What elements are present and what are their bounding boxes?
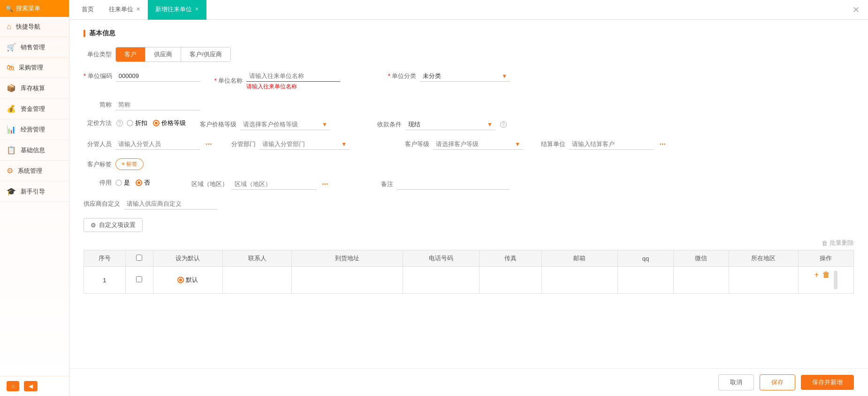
sidebar-search[interactable]: 🔍 搜索菜单: [0, 0, 69, 17]
manager-more-btn[interactable]: ···: [204, 140, 213, 148]
form-row-manager: 分管人员 ··· 分管部门 ▼ 客户等级 ▼ 结算单位: [84, 139, 854, 150]
custom-settings-button[interactable]: ⚙ 自定义项设置: [84, 218, 143, 232]
tab-new-contact[interactable]: 新增往来单位 ✕: [148, 0, 206, 20]
unit-category-select[interactable]: ▼: [420, 70, 510, 82]
row-fax-input[interactable]: [484, 277, 537, 284]
unit-category-label: 单位分类: [388, 72, 417, 80]
tab-contacts-close[interactable]: ✕: [136, 6, 140, 12]
sidebar-item-guide[interactable]: 🎓 新手引导: [0, 181, 69, 202]
payment-help-icon[interactable]: ?: [500, 121, 507, 128]
type-btn-customer[interactable]: 客户: [116, 47, 145, 62]
sidebar-item-system[interactable]: ⚙ 系统管理: [0, 161, 69, 181]
row-email[interactable]: [541, 267, 618, 294]
row-wechat-input[interactable]: [678, 277, 724, 284]
unit-name-input[interactable]: [246, 70, 340, 82]
sidebar-item-stock[interactable]: 📦 库存核算: [0, 78, 69, 99]
table-toolbar: 🗑 批量删除: [84, 239, 854, 247]
row-qq[interactable]: [618, 267, 673, 294]
row-email-input[interactable]: [547, 277, 613, 284]
payment-terms-input[interactable]: [408, 121, 487, 128]
disabled-yes-radio[interactable]: [115, 179, 122, 186]
tab-new-contact-close[interactable]: ✕: [195, 6, 199, 12]
row-region[interactable]: [729, 267, 798, 294]
sidebar-home-btn[interactable]: ⌂: [7, 381, 19, 391]
manager-input[interactable]: [115, 139, 200, 150]
settlement-input[interactable]: [569, 139, 654, 150]
batch-delete-btn[interactable]: 🗑 批量删除: [822, 239, 854, 247]
region-more-btn[interactable]: ···: [320, 180, 330, 188]
pricing-discount[interactable]: 折扣: [127, 119, 147, 127]
scrollbar[interactable]: [834, 271, 838, 289]
global-close-btn[interactable]: ✕: [849, 5, 863, 15]
manager-group: 分管人员 ···: [84, 139, 213, 150]
sidebar-item-operations[interactable]: 📊 经营管理: [0, 119, 69, 140]
unit-category-group: 单位分类 ▼: [388, 70, 510, 82]
tab-new-contact-label: 新增往来单位: [155, 5, 192, 14]
dept-input[interactable]: [262, 140, 341, 148]
row-address[interactable]: [292, 267, 403, 294]
type-btn-supplier[interactable]: 供应商: [145, 47, 181, 62]
pricing-label: 定价方法: [84, 119, 112, 127]
chevron-down-icon2: ▼: [322, 121, 327, 128]
row-contact-input[interactable]: [228, 277, 287, 284]
add-row-btn[interactable]: +: [815, 271, 819, 289]
sidebar-item-sales[interactable]: 🛒 销售管理: [0, 37, 69, 58]
section-bar: [84, 30, 85, 37]
save-new-button[interactable]: 保存并新增: [801, 375, 854, 390]
row-region-input[interactable]: [734, 277, 793, 284]
unit-name-label: 单位名称: [214, 77, 243, 85]
settlement-more-btn[interactable]: ···: [657, 140, 667, 148]
disabled-yes[interactable]: 是: [115, 179, 130, 187]
row-checkbox[interactable]: [136, 276, 142, 282]
row-fax[interactable]: [479, 267, 541, 294]
customer-level-input[interactable]: [436, 140, 515, 148]
cancel-button[interactable]: 取消: [718, 374, 754, 390]
form-row-unit-type: 单位类型 客户 供应商 客户/供应商: [84, 47, 854, 62]
gear-icon: ⚙: [7, 166, 13, 175]
region-label: 区域（地区）: [191, 180, 228, 188]
col-email: 邮箱: [541, 250, 618, 267]
dept-select[interactable]: ▼: [259, 139, 350, 150]
row-default-radio[interactable]: [177, 277, 184, 283]
tab-home[interactable]: 首页: [74, 0, 101, 20]
region-input[interactable]: [232, 179, 316, 190]
customer-price-select[interactable]: ▼: [240, 119, 330, 130]
row-address-input[interactable]: [297, 277, 398, 284]
row-phone[interactable]: [403, 267, 480, 294]
alias-label: 简称: [84, 101, 112, 109]
alias-input[interactable]: [115, 99, 200, 110]
supplier-custom-input[interactable]: [124, 198, 218, 210]
remark-input[interactable]: [397, 179, 510, 190]
sidebar-item-basic[interactable]: 📋 基础信息: [0, 140, 69, 161]
sidebar-item-purchase[interactable]: 🛍 采购管理: [0, 58, 69, 78]
row-qq-input[interactable]: [623, 277, 668, 284]
row-wechat[interactable]: [673, 267, 729, 294]
unit-code-input[interactable]: [116, 70, 200, 82]
form-row-supplier-custom: 供应商自定义: [84, 198, 854, 210]
pricing-help-icon[interactable]: ?: [116, 120, 123, 126]
customer-price-input[interactable]: [243, 121, 322, 128]
price-level-label: 价格等级: [161, 119, 186, 127]
sidebar-item-label: 资金管理: [21, 105, 45, 113]
unit-category-input[interactable]: [423, 72, 502, 79]
tab-contacts[interactable]: 往来单位 ✕: [101, 0, 148, 20]
delete-row-btn[interactable]: 🗑: [822, 271, 830, 289]
pricing-group: 定价方法 ? 折扣 价格等级: [84, 119, 186, 127]
pricing-price-level[interactable]: 价格等级: [153, 119, 186, 127]
row-contact[interactable]: [222, 267, 292, 294]
section-title: 基本信息: [89, 29, 115, 38]
customer-level-select[interactable]: ▼: [433, 139, 523, 150]
add-tag-button[interactable]: + 标签: [115, 158, 144, 170]
disabled-no[interactable]: 否: [136, 179, 150, 187]
row-phone-input[interactable]: [408, 277, 474, 284]
select-all-checkbox[interactable]: [136, 255, 142, 261]
sidebar-expand-btn[interactable]: ◀: [24, 381, 38, 391]
payment-terms-select[interactable]: ▼: [405, 119, 495, 130]
discount-radio[interactable]: [127, 120, 133, 126]
sidebar-item-finance[interactable]: 💰 资金管理: [0, 99, 69, 119]
save-button[interactable]: 保存: [760, 374, 795, 390]
price-level-radio[interactable]: [153, 120, 160, 126]
type-btn-both[interactable]: 客户/供应商: [181, 47, 230, 62]
sidebar-item-quick-nav[interactable]: ⌂ 快捷导航: [0, 17, 69, 37]
disabled-no-radio[interactable]: [136, 179, 142, 186]
